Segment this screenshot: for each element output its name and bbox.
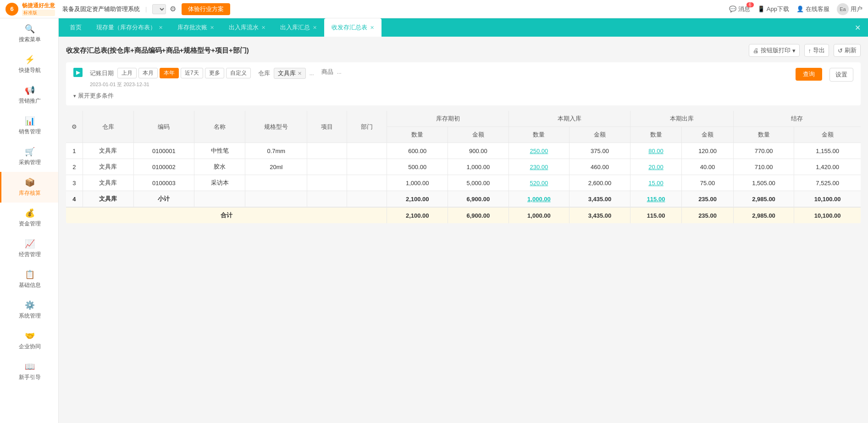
- tab-home[interactable]: 首页: [62, 18, 89, 37]
- tab-close-batch-ledger[interactable]: ✕: [210, 25, 214, 31]
- total-open-amt: 6,900.00: [448, 207, 509, 223]
- page-content: 收发存汇总表(按仓库+商品编码+商品+规格型号+项目+部门) 🖨 按钮版打印 ▾…: [59, 37, 868, 423]
- row3-spec: [245, 175, 307, 191]
- operations-icon: 📈: [25, 239, 35, 249]
- refresh-button[interactable]: ↺ 刷新: [834, 44, 861, 57]
- row1-code: 0100001: [133, 143, 194, 159]
- message-badge: 6: [746, 2, 754, 7]
- sidebar-item-guide[interactable]: 📖 新手引导: [0, 356, 58, 387]
- message-icon: 💬: [729, 5, 736, 12]
- service-icon: 👤: [796, 5, 804, 12]
- purchase-icon: 🛒: [25, 147, 35, 157]
- row1-no: 1: [66, 143, 83, 159]
- user-button[interactable]: Ea 用户: [837, 3, 862, 15]
- system-selector[interactable]: [152, 4, 166, 14]
- sidebar-label-basic: 基础信息: [19, 281, 41, 289]
- th-in-qty: 数量: [509, 127, 569, 143]
- row2-open-amt: 1,000.00: [448, 159, 509, 175]
- page-header: 收发存汇总表(按仓库+商品编码+商品+规格型号+项目+部门) 🖨 按钮版打印 ▾…: [66, 44, 861, 57]
- row2-in-amt: 460.00: [569, 159, 630, 175]
- setting-button[interactable]: 设置: [829, 68, 853, 82]
- row3-open-amt: 5,000.00: [448, 175, 509, 191]
- gear-icon[interactable]: ⚙: [170, 5, 176, 13]
- sidebar-item-operations[interactable]: 📈 经营管理: [0, 233, 58, 264]
- row3-in-qty[interactable]: 520.00: [509, 175, 569, 191]
- row3-out-qty[interactable]: 15.00: [630, 175, 682, 191]
- sidebar-item-basic[interactable]: 📋 基础信息: [0, 264, 58, 295]
- total-out-amt: 235.00: [682, 207, 734, 223]
- tab-batch-ledger[interactable]: 库存批次账 ✕: [170, 18, 221, 37]
- subtotal-in-qty[interactable]: 1,000.00: [509, 191, 569, 208]
- row2-in-qty[interactable]: 230.00: [509, 159, 569, 175]
- th-out-amt: 金额: [682, 127, 734, 143]
- sidebar-label-inventory: 库存核算: [19, 189, 41, 197]
- subtotal-in-amt: 3,435.00: [569, 191, 630, 208]
- th-warehouse: 仓库: [83, 111, 133, 143]
- tab-inventory-dist[interactable]: 现存量（库存分布表） ✕: [89, 18, 170, 37]
- date-btn-thisyear[interactable]: 本年: [160, 68, 179, 78]
- date-filter-label: 记账日期: [90, 69, 114, 77]
- subtotal-bal-qty: 2,985.00: [733, 191, 794, 208]
- th-in-group: 本期入库: [509, 111, 630, 127]
- export-button[interactable]: ↑ 导出: [804, 44, 829, 57]
- date-btn-7days[interactable]: 近7天: [181, 68, 203, 78]
- warehouse-tag[interactable]: 文具库 ✕: [274, 68, 306, 79]
- tab-close-inventory-dist[interactable]: ✕: [159, 25, 163, 31]
- subtotal-out-qty[interactable]: 115.00: [630, 191, 682, 208]
- sidebar-item-system[interactable]: ⚙️ 系统管理: [0, 295, 58, 325]
- date-buttons: 上月 本月 本年 近7天 更多 自定义: [117, 68, 251, 78]
- th-in-amt: 金额: [569, 127, 630, 143]
- th-bal-amt: 金额: [794, 127, 861, 143]
- table-row: 1 文具库 0100001 中性笔 0.7mm 600.00 900.00 25…: [66, 143, 861, 159]
- sidebar-label-purchase: 采购管理: [19, 159, 41, 166]
- sidebar-item-marketing[interactable]: 📢 营销推广: [0, 80, 58, 110]
- row3-warehouse: 文具库: [83, 175, 133, 191]
- warehouse-tag-close[interactable]: ✕: [298, 71, 302, 77]
- tab-inout-summary[interactable]: 出入库汇总 ✕: [273, 18, 324, 37]
- sidebar-item-purchase[interactable]: 🛒 采购管理: [0, 141, 58, 172]
- subtotal-bal-amt: 10,100.00: [794, 191, 861, 208]
- row2-project: [307, 159, 347, 175]
- tab-close-receive-send[interactable]: ✕: [370, 25, 374, 31]
- sidebar-label-collab: 企业协同: [19, 343, 41, 351]
- expand-more-conditions[interactable]: ▾ 展开更多条件: [73, 92, 853, 100]
- row1-out-qty[interactable]: 80.00: [630, 143, 682, 159]
- subtotal-open-amt: 6,900.00: [448, 191, 509, 208]
- user-avatar: Ea: [837, 3, 849, 15]
- th-goods-spec: 规格型号: [245, 111, 307, 143]
- subtotal-warehouse: 文具库: [83, 191, 133, 208]
- sidebar-item-search[interactable]: 🔍 搜索菜单: [0, 18, 58, 49]
- goods-more[interactable]: ...: [337, 69, 342, 75]
- th-settings[interactable]: ⚙: [66, 111, 83, 143]
- row1-out-amt: 120.00: [682, 143, 734, 159]
- goods-filter-label: 商品: [321, 68, 333, 76]
- message-button[interactable]: 💬 消息 6: [729, 5, 750, 13]
- filter-expand-button[interactable]: ▶: [73, 68, 83, 77]
- sidebar-item-sales[interactable]: 📊 销售管理: [0, 110, 58, 141]
- download-button[interactable]: 📱 App下载: [757, 5, 789, 13]
- sidebar-item-finance[interactable]: 💰 资金管理: [0, 203, 58, 233]
- print-button[interactable]: 🖨 按钮版打印 ▾: [749, 44, 800, 57]
- sidebar-item-collab[interactable]: 🤝 企业协同: [0, 325, 58, 356]
- tab-close-inout-summary[interactable]: ✕: [313, 25, 317, 31]
- subtotal-no: 4: [66, 191, 83, 208]
- sidebar-item-inventory[interactable]: 📦 库存核算: [0, 172, 58, 203]
- date-btn-custom[interactable]: 自定义: [226, 68, 251, 78]
- row3-no: 3: [66, 175, 83, 191]
- date-btn-thismonth[interactable]: 本月: [138, 68, 158, 78]
- tab-inout-flow[interactable]: 出入库流水 ✕: [221, 18, 273, 37]
- row1-in-qty[interactable]: 250.00: [509, 143, 569, 159]
- sidebar-item-quicknav[interactable]: ⚡ 快捷导航: [0, 49, 58, 80]
- row2-out-qty[interactable]: 20.00: [630, 159, 682, 175]
- tab-bar-close-button[interactable]: ✕: [851, 23, 864, 32]
- tab-close-inout-flow[interactable]: ✕: [261, 25, 265, 31]
- date-btn-more[interactable]: 更多: [205, 68, 224, 78]
- search-icon: 🔍: [25, 24, 35, 34]
- trial-button[interactable]: 体验行业方案: [182, 3, 230, 15]
- date-btn-lastmonth[interactable]: 上月: [117, 68, 137, 78]
- query-button[interactable]: 查询: [796, 68, 822, 81]
- service-button[interactable]: 👤 在线客服: [796, 5, 829, 13]
- tab-receive-send-summary[interactable]: 收发存汇总表 ✕: [324, 18, 381, 37]
- warehouse-more[interactable]: ...: [310, 70, 314, 77]
- row2-open-qty: 500.00: [387, 159, 448, 175]
